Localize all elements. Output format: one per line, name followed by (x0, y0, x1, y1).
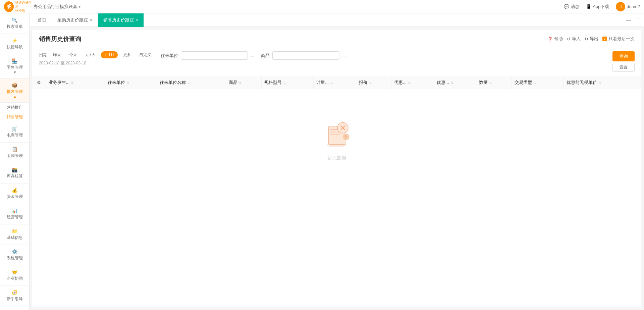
sidebar-item-enterprise-coop[interactable]: 🤝 企业协同 (0, 265, 29, 286)
date-btn-today[interactable]: 今天 (66, 51, 80, 58)
finance-icon: 💰 (12, 188, 17, 193)
top-header: 畅 畅捷通好生意 标准版 办公用品行业模拟账套 ▾ 💬 消息 📱 App下载 d… (0, 0, 644, 13)
sidebar-item-newbie-guide[interactable]: 🧭 新手引导 (0, 286, 29, 306)
page-actions: ❓ 帮助 ↺ 导入 ↻ 导出 ✓ 只看最后一次 (547, 36, 635, 42)
partner-select-icon[interactable]: ... (251, 53, 254, 58)
col-discount2[interactable]: 优惠... ⇅ (434, 76, 476, 89)
col-spec[interactable]: 规格型号 ⇅ (261, 76, 314, 89)
import-button[interactable]: ↺ 导入 (567, 36, 581, 42)
logo-area: 畅 畅捷通好生意 标准版 (4, 1, 34, 13)
header-middle: 办公用品行业模拟账套 ▾ (34, 4, 564, 10)
export-button[interactable]: ↻ 导出 (585, 36, 598, 42)
user-avatar: d (616, 2, 625, 11)
export-icon: ↻ (585, 37, 588, 42)
col-biz-date[interactable]: 业务发生... ⇅ (46, 76, 105, 89)
sidebar-item-ecom-mgmt[interactable]: 🛒 电商管理 (0, 122, 29, 143)
retail-icon: 🏪 (12, 58, 17, 64)
wholesale-icon: 📦 (12, 83, 17, 88)
logo-text: 畅捷通好生意 标准版 (15, 1, 34, 13)
last-only-checkbox[interactable]: ✓ 只看最后一次 (602, 36, 635, 42)
quick-nav-icon: ⚡ (12, 38, 17, 43)
col-discount1[interactable]: 优惠... ⇅ (391, 76, 434, 89)
date-btn-more[interactable]: 更多 (120, 51, 134, 58)
col-pretax-price[interactable]: 优惠前无税单价 ⇅ (564, 76, 641, 89)
tab-bar-right: — ⛶ (625, 17, 641, 23)
inventory-icon: 🗃️ (12, 167, 17, 172)
main-layout: 🔍 搜索菜单 ⚡ 快捷导航 🏪 零售管理 ▼ 📦 批发管理 ▲ 营销推广 销售管… (0, 13, 644, 310)
tab-home[interactable]: 首页 (32, 13, 52, 27)
sort-icon: ⇅ (239, 81, 241, 85)
col-settings[interactable]: ⚙ (32, 76, 46, 89)
svg-rect-4 (330, 134, 340, 135)
import-icon: ↺ (567, 37, 571, 42)
user-profile[interactable]: d demo2 (616, 2, 640, 11)
sort-icon: ⇅ (126, 81, 129, 85)
app-download-button[interactable]: 📱 App下载 (586, 4, 609, 10)
tab-minimize-button[interactable]: — (625, 17, 632, 23)
date-range-display: 2023-02-18 至 2023-03-18 (39, 60, 154, 66)
help-button[interactable]: ❓ 帮助 (547, 36, 563, 42)
sidebar-item-app-center[interactable]: 📱 应用中心 (0, 306, 29, 310)
sort-icon: ⇅ (489, 81, 492, 85)
tab-purchase-close-icon[interactable]: × (90, 18, 92, 22)
mobile-icon: 📱 (586, 4, 591, 9)
query-button[interactable]: 查询 (612, 51, 635, 61)
app-title[interactable]: 办公用品行业模拟账套 ▾ (34, 4, 81, 10)
help-icon: ❓ (547, 37, 553, 42)
col-trade-type[interactable]: 交易类型 ⇅ (512, 76, 564, 89)
tab-maximize-button[interactable]: ⛶ (635, 17, 641, 23)
table-container: ⚙ 业务发生... ⇅ 往来单位 (32, 76, 641, 188)
page-header: 销售历史价查询 ❓ 帮助 ↺ 导入 ↻ 导出 ✓ (32, 30, 641, 47)
sidebar: 🔍 搜索菜单 ⚡ 快捷导航 🏪 零售管理 ▼ 📦 批发管理 ▲ 营销推广 销售管… (0, 13, 30, 310)
sidebar-item-purchase-mgmt[interactable]: 📋 采购管理 (0, 143, 29, 163)
date-btn-7days[interactable]: 近7天 (83, 51, 98, 58)
sidebar-item-base-info[interactable]: 📁 基础信息 (0, 224, 29, 245)
empty-text: 暂无数据 (327, 155, 346, 161)
table-header: ⚙ 业务发生... ⇅ 往来单位 (32, 76, 641, 89)
partner-filter-group: 往来单位 ... (161, 51, 254, 60)
page-title: 销售历史价查询 (39, 35, 81, 43)
tab-sales-history[interactable]: 销售历史价跟踪 × (98, 13, 144, 27)
sidebar-item-marketing-promo[interactable]: 营销推广 (0, 103, 29, 112)
message-icon: 💬 (564, 4, 569, 9)
col-unit[interactable]: 计量... ⇅ (314, 76, 356, 89)
sort-icon: ⇅ (283, 81, 286, 85)
product-filter-group: 商品 ... (261, 51, 346, 60)
partner-input[interactable] (181, 51, 248, 60)
app-title-dropdown-icon[interactable]: ▾ (78, 4, 81, 9)
sidebar-item-sys-settings[interactable]: ⚙️ 系统管理 (0, 245, 29, 265)
date-btn-1month[interactable]: 近1月 (101, 51, 118, 58)
ecom-icon: 🛒 (12, 126, 17, 132)
sidebar-item-search-menu[interactable]: 🔍 搜索菜单 (0, 13, 29, 34)
sidebar-item-ops-mgmt[interactable]: 📊 经营管理 (0, 204, 29, 224)
date-btn-custom[interactable]: 自定义 (137, 51, 154, 58)
message-button[interactable]: 💬 消息 (564, 4, 579, 10)
empty-state: ? 暂无数据 (32, 89, 641, 188)
settings-button[interactable]: 设置 (612, 63, 635, 72)
sidebar-item-retail-mgmt[interactable]: 🏪 零售管理 ▼ (0, 54, 29, 79)
col-quote[interactable]: 报价 ⇅ (356, 76, 391, 89)
tab-bar: 首页 采购历史价跟踪 × 销售历史价跟踪 × — ⛶ (30, 13, 644, 27)
sidebar-item-quick-nav[interactable]: ⚡ 快捷导航 (0, 34, 29, 54)
date-btn-yesterday[interactable]: 昨天 (50, 51, 64, 58)
sort-icon: ⇅ (450, 81, 453, 85)
sidebar-item-wholesale-mgmt[interactable]: 📦 批发管理 ▲ (0, 79, 29, 103)
sidebar-item-sales-mgmt[interactable]: 销售管理 (0, 112, 29, 122)
tab-purchase-history[interactable]: 采购历史价跟踪 × (52, 13, 98, 27)
col-product[interactable]: 商品 ⇅ (226, 76, 262, 89)
col-partner-name[interactable]: 往来单位名称 ⇅ (157, 76, 226, 89)
empty-illustration: ? (320, 116, 354, 150)
product-input[interactable] (272, 51, 339, 60)
sidebar-item-finance-mgmt[interactable]: 💰 资金管理 (0, 184, 29, 204)
settings-icon: ⚙️ (12, 249, 17, 254)
sidebar-item-inventory[interactable]: 🗃️ 库存核算 (0, 163, 29, 184)
sort-icon: ⇅ (71, 81, 73, 85)
logo-icon: 畅 (4, 1, 14, 12)
col-quantity[interactable]: 数量 ⇅ (476, 76, 512, 89)
product-select-icon[interactable]: ... (342, 53, 346, 58)
table-settings-icon[interactable]: ⚙ (37, 80, 41, 85)
col-partner-code[interactable]: 往来单位 ⇅ (105, 76, 157, 89)
sort-icon: ⇅ (408, 81, 411, 85)
tab-sales-close-icon[interactable]: × (136, 18, 138, 22)
filter-actions: 查询 设置 (612, 51, 635, 72)
